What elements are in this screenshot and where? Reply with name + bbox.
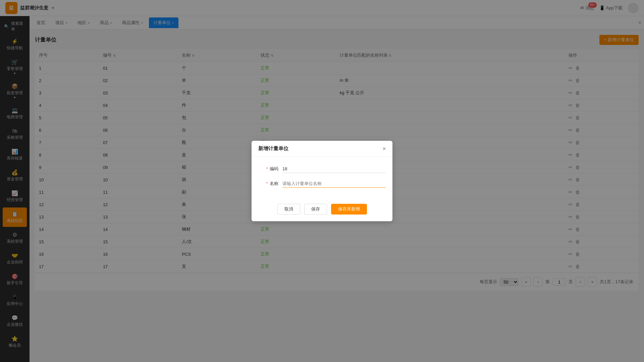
modal-close-button[interactable]: × xyxy=(383,146,386,152)
modal-footer: 取消 保存 保存并新增 xyxy=(252,200,392,221)
cancel-button[interactable]: 取消 xyxy=(277,204,300,215)
code-label: * 编码 xyxy=(258,166,278,172)
name-label: * 名称 xyxy=(258,181,278,187)
save-and-new-button[interactable]: 保存并新增 xyxy=(331,204,367,215)
save-button[interactable]: 保存 xyxy=(304,204,327,215)
code-input[interactable] xyxy=(282,165,386,173)
modal-title: 新增计量单位 xyxy=(258,145,288,152)
modal-body: * 编码 * 名称 xyxy=(252,157,392,200)
modal-overlay[interactable]: 新增计量单位 × * 编码 * 名称 取消 保存 保存并新增 xyxy=(0,0,644,362)
name-input[interactable] xyxy=(282,180,386,188)
add-unit-modal: 新增计量单位 × * 编码 * 名称 取消 保存 保存并新增 xyxy=(252,141,392,221)
code-form-row: * 编码 xyxy=(258,165,386,173)
required-mark: * xyxy=(266,181,268,186)
modal-header: 新增计量单位 × xyxy=(252,141,392,157)
name-form-row: * 名称 xyxy=(258,180,386,188)
required-mark: * xyxy=(266,166,268,171)
